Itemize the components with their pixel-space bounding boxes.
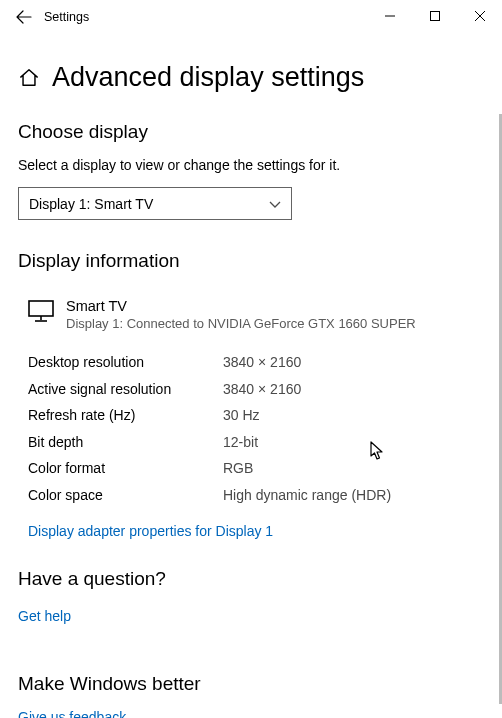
- svg-rect-0: [430, 12, 439, 21]
- prop-value: 12-bit: [223, 429, 258, 456]
- prop-label: Color format: [28, 455, 223, 482]
- give-feedback-link[interactable]: Give us feedback: [18, 709, 126, 718]
- title-bar: Settings: [0, 0, 502, 34]
- get-help-link[interactable]: Get help: [18, 608, 71, 624]
- prop-label: Color space: [28, 482, 223, 509]
- chevron-down-icon: [269, 198, 281, 210]
- prop-label: Active signal resolution: [28, 376, 223, 403]
- prop-label: Bit depth: [28, 429, 223, 456]
- prop-value: 30 Hz: [223, 402, 260, 429]
- question-heading: Have a question?: [18, 568, 484, 590]
- monitor-icon: [28, 300, 54, 322]
- prop-value: RGB: [223, 455, 253, 482]
- page-title: Advanced display settings: [52, 62, 364, 93]
- prop-value: 3840 × 2160: [223, 349, 301, 376]
- device-detail: Display 1: Connected to NVIDIA GeForce G…: [66, 316, 416, 331]
- page-header: Advanced display settings: [18, 62, 484, 93]
- prop-label: Desktop resolution: [28, 349, 223, 376]
- svg-rect-1: [29, 301, 53, 316]
- display-properties-table: Desktop resolution 3840 × 2160 Active si…: [18, 349, 484, 509]
- table-row: Desktop resolution 3840 × 2160: [28, 349, 484, 376]
- feedback-heading: Make Windows better: [18, 673, 484, 695]
- close-button[interactable]: [457, 0, 502, 32]
- window-title: Settings: [44, 10, 89, 24]
- table-row: Bit depth 12-bit: [28, 429, 484, 456]
- display-select-value: Display 1: Smart TV: [29, 196, 153, 212]
- display-select-dropdown[interactable]: Display 1: Smart TV: [18, 187, 292, 220]
- window-controls: [367, 0, 502, 32]
- home-icon[interactable]: [18, 67, 40, 89]
- prop-value: 3840 × 2160: [223, 376, 301, 403]
- table-row: Refresh rate (Hz) 30 Hz: [28, 402, 484, 429]
- back-button[interactable]: [8, 1, 40, 33]
- minimize-icon: [385, 11, 395, 21]
- device-name: Smart TV: [66, 298, 416, 314]
- display-info-heading: Display information: [18, 250, 484, 272]
- maximize-button[interactable]: [412, 0, 457, 32]
- table-row: Color space High dynamic range (HDR): [28, 482, 484, 509]
- prop-label: Refresh rate (Hz): [28, 402, 223, 429]
- display-adapter-link[interactable]: Display adapter properties for Display 1: [18, 523, 273, 539]
- choose-display-heading: Choose display: [18, 121, 484, 143]
- minimize-button[interactable]: [367, 0, 412, 32]
- content-area: Advanced display settings Choose display…: [0, 34, 502, 718]
- maximize-icon: [430, 11, 440, 21]
- table-row: Color format RGB: [28, 455, 484, 482]
- back-arrow-icon: [16, 9, 32, 25]
- prop-value: High dynamic range (HDR): [223, 482, 391, 509]
- choose-display-description: Select a display to view or change the s…: [18, 157, 484, 173]
- device-block: Smart TV Display 1: Connected to NVIDIA …: [18, 298, 484, 331]
- close-icon: [475, 11, 485, 21]
- table-row: Active signal resolution 3840 × 2160: [28, 376, 484, 403]
